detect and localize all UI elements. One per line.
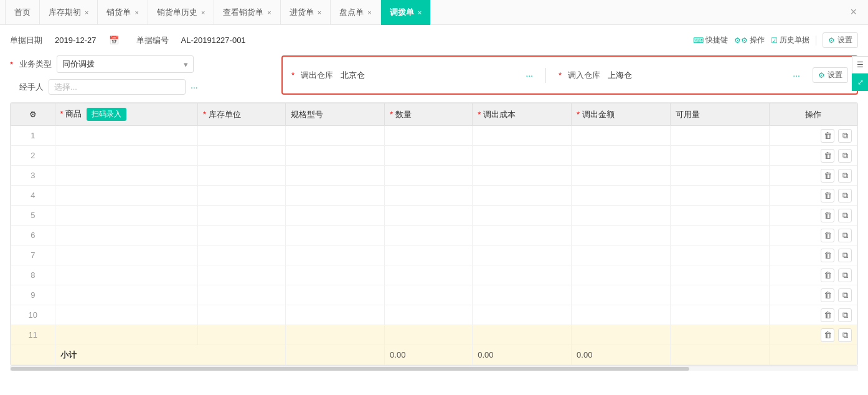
scan-button[interactable]: 扫码录入	[87, 108, 126, 121]
spec-cell-2[interactable]	[286, 146, 385, 166]
delete-btn-7[interactable]: 🗑	[821, 249, 834, 262]
gear-icon: ⚙	[29, 110, 37, 119]
shortcut-button[interactable]: ⌨ 快捷键	[693, 35, 728, 45]
delete-btn-10[interactable]: 🗑	[821, 308, 834, 322]
list-icon: ☰	[857, 60, 864, 69]
copy-btn-5[interactable]: ⧉	[838, 209, 852, 222]
cost-cell-1[interactable]	[473, 126, 572, 146]
person-row: * 经手人 ···	[10, 79, 271, 95]
doc-num-value: AL-20191227-001	[181, 36, 246, 45]
th-unit: * 库存单位	[198, 103, 286, 126]
toolbar-row: 单据日期 2019-12-27 📅 单据编号 AL-20191227-001 ⌨…	[10, 32, 858, 48]
table-row: 10 🗑⧉	[11, 305, 857, 325]
cost-cell-2[interactable]	[473, 146, 572, 166]
person-input[interactable]	[49, 79, 186, 95]
th-spec: 规格型号	[286, 103, 385, 126]
warehouse-settings-button[interactable]: ⚙ 设置	[813, 67, 848, 83]
biz-type-value: 同价调拨	[62, 59, 95, 70]
horizontal-scrollbar[interactable]	[10, 366, 858, 371]
biz-type-row: * 业务类型 同价调拨 ▾	[10, 55, 271, 73]
copy-btn-8[interactable]: ⧉	[838, 269, 852, 282]
tab-sales-history[interactable]: 销货单历史 ×	[148, 0, 214, 25]
unit-cell-2[interactable]	[198, 146, 286, 166]
biz-type-select[interactable]: 同价调拨 ▾	[57, 55, 194, 73]
copy-btn-11[interactable]: ⧉	[838, 328, 852, 342]
scrollbar-thumb[interactable]	[11, 367, 689, 371]
subtotal-cost: 0.00	[473, 345, 572, 365]
table-row: 4 🗑⧉	[11, 186, 857, 206]
copy-btn-10[interactable]: ⧉	[838, 308, 852, 322]
delete-btn-9[interactable]: 🗑	[821, 288, 834, 302]
product-cell-2[interactable]	[55, 146, 197, 166]
table-row: 8 🗑⧉	[11, 265, 857, 285]
delete-btn-8[interactable]: 🗑	[821, 269, 834, 282]
delete-btn-4[interactable]: 🗑	[821, 189, 834, 202]
side-list-btn[interactable]: ☰	[852, 56, 868, 74]
avail-cell-2	[670, 146, 769, 166]
delete-btn-2[interactable]: 🗑	[821, 149, 834, 163]
tab-close-stocktake[interactable]: ×	[367, 9, 371, 16]
tab-purchase[interactable]: 进货单 ×	[281, 0, 331, 25]
copy-btn-4[interactable]: ⧉	[838, 189, 852, 202]
tab-close-purchase[interactable]: ×	[318, 9, 321, 16]
tab-close-view-sales[interactable]: ×	[267, 9, 271, 16]
subtotal-qty: 0.00	[385, 345, 473, 365]
settings-button[interactable]: ⚙ 设置	[823, 32, 858, 48]
tab-inventory-init[interactable]: 库存期初 ×	[40, 0, 98, 25]
delete-btn-11[interactable]: 🗑	[821, 328, 834, 342]
transfer-in-required: *	[559, 70, 562, 80]
amount-cell-2[interactable]	[572, 146, 671, 166]
th-cost: * 调出成本	[473, 103, 572, 126]
row-num-1: 1	[11, 126, 55, 146]
window-close-button[interactable]: ×	[844, 6, 863, 19]
operation-button[interactable]: ⚙⚙ 操作	[734, 35, 765, 45]
expand-icon: ⤢	[857, 78, 864, 87]
table-row: 9 🗑⧉	[11, 285, 857, 305]
qty-cell-1[interactable]	[385, 126, 473, 146]
tab-sales-order[interactable]: 销货单 ×	[98, 0, 148, 25]
warehouse-divider	[545, 68, 546, 83]
tab-close-sales-history[interactable]: ×	[201, 9, 205, 16]
product-cell-1[interactable]	[55, 126, 197, 146]
tab-close-inventory-init[interactable]: ×	[85, 9, 88, 16]
history-button[interactable]: ☑ 历史单据	[771, 35, 809, 45]
person-more-icon[interactable]: ···	[191, 82, 198, 92]
copy-btn-2[interactable]: ⧉	[838, 149, 852, 163]
delete-btn-5[interactable]: 🗑	[821, 209, 834, 222]
table-row: 7 🗑⧉	[11, 245, 857, 265]
qty-cell-2[interactable]	[385, 146, 473, 166]
toolbar-divider	[816, 36, 816, 45]
transfer-out-value: 北京仓	[341, 70, 365, 81]
copy-btn-1[interactable]: ⧉	[838, 129, 852, 143]
tab-transfer[interactable]: 调拨单 ×	[381, 0, 431, 25]
copy-btn-7[interactable]: ⧉	[838, 249, 852, 262]
th-product: * 商品 扫码录入	[55, 103, 197, 126]
copy-btn-3[interactable]: ⧉	[838, 169, 852, 183]
tab-stocktake[interactable]: 盘点单 ×	[331, 0, 380, 25]
form-section: * 业务类型 同价调拨 ▾ * 经手人 ··· * 调出仓库 北京仓 ···	[10, 55, 858, 95]
calendar-icon[interactable]: 📅	[109, 36, 119, 45]
tab-home[interactable]: 首页	[5, 0, 40, 25]
transfer-out-more-icon[interactable]: ···	[526, 70, 533, 80]
tab-close-transfer[interactable]: ×	[418, 9, 422, 16]
tab-close-sales-order[interactable]: ×	[134, 9, 138, 16]
toolbar-left: 单据日期 2019-12-27 📅 单据编号 AL-20191227-001	[10, 35, 246, 46]
transfer-in-more-icon[interactable]: ···	[793, 70, 800, 80]
warehouse-settings-icon: ⚙	[818, 71, 825, 80]
copy-btn-6[interactable]: ⧉	[838, 229, 852, 242]
amount-cell-1[interactable]	[572, 126, 671, 146]
table-header-row: ⚙ * 商品 扫码录入 * 库存单位 规格型号 *	[11, 103, 857, 126]
copy-btn-9[interactable]: ⧉	[838, 288, 852, 302]
operation-icon: ⚙⚙	[734, 36, 748, 45]
delete-btn-3[interactable]: 🗑	[821, 169, 834, 183]
th-gear[interactable]: ⚙	[11, 103, 55, 126]
th-op: 操作	[769, 103, 857, 126]
delete-btn-6[interactable]: 🗑	[821, 229, 834, 242]
tab-view-sales[interactable]: 查看销货单 ×	[214, 0, 280, 25]
warehouse-section: * 调出仓库 北京仓 ··· * 调入仓库 上海仓 ··· ⚙ 设置	[281, 55, 858, 95]
spec-cell-1[interactable]	[286, 126, 385, 146]
side-expand-btn[interactable]: ⤢	[852, 74, 868, 91]
delete-btn-1[interactable]: 🗑	[821, 129, 834, 143]
main-content: 单据日期 2019-12-27 📅 单据编号 AL-20191227-001 ⌨…	[0, 25, 868, 395]
unit-cell-1[interactable]	[198, 126, 286, 146]
